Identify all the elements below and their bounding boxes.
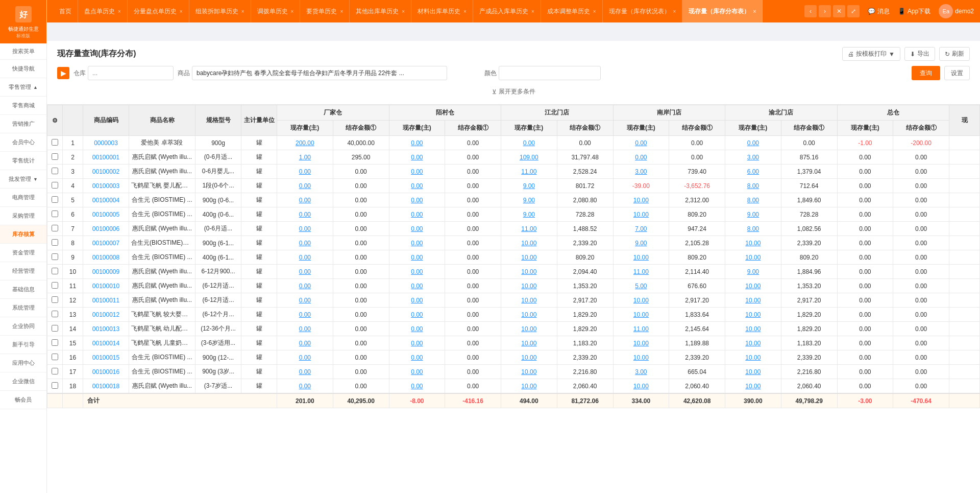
next-tab-btn[interactable]: › bbox=[819, 5, 831, 17]
tab-close-adjust[interactable]: × bbox=[291, 9, 294, 14]
sidebar-item-retail-stats[interactable]: 零售统计 bbox=[0, 152, 46, 170]
tab-close-product-in[interactable]: × bbox=[531, 9, 534, 14]
sidebar-item-corp[interactable]: 企业协同 bbox=[0, 317, 46, 336]
row-check[interactable] bbox=[47, 293, 63, 308]
sidebar-item-basic[interactable]: 基础信息 bbox=[0, 280, 46, 299]
tab-material-out[interactable]: 材料出库单历史 × bbox=[411, 0, 473, 22]
query-button[interactable]: 查询 bbox=[912, 66, 940, 80]
color-input[interactable] bbox=[499, 66, 601, 80]
sidebar-item-shortcut[interactable]: 快捷导航 bbox=[0, 60, 46, 78]
tab-home[interactable]: 首页 bbox=[53, 0, 78, 22]
tab-inventory-check[interactable]: 盘点单历史 × bbox=[78, 0, 128, 22]
row-check[interactable] bbox=[47, 250, 63, 265]
sidebar-item-ops[interactable]: 经营管理 bbox=[0, 262, 46, 280]
tab-product-in[interactable]: 产成品入库单历史 × bbox=[473, 0, 541, 22]
sidebar-item-inventory[interactable]: 库存核算 bbox=[0, 225, 46, 244]
app-download-btn[interactable]: 📱 App下载 bbox=[898, 7, 930, 16]
row-jb-amt: 2,917.20 bbox=[557, 293, 613, 308]
tab-close-sub-inventory[interactable]: × bbox=[180, 9, 183, 14]
tab-sub-inventory[interactable]: 分量盘点单历史 × bbox=[128, 0, 189, 22]
goods-input[interactable] bbox=[192, 66, 447, 80]
sidebar-item-marketing[interactable]: 营销推广 bbox=[0, 115, 46, 133]
row-check[interactable] bbox=[47, 322, 63, 336]
row-na-amt: 0.00 bbox=[669, 136, 725, 150]
row-mc-amt: 0.00 bbox=[445, 150, 501, 165]
row-yb-amt: 2,339.20 bbox=[781, 350, 837, 365]
tab-stock-dist[interactable]: 现存量（库存分布表） × bbox=[682, 0, 763, 22]
refresh-button[interactable]: ↻ 刷新 bbox=[939, 47, 970, 61]
tab-close-stock-status[interactable]: × bbox=[673, 9, 676, 14]
row-check[interactable] bbox=[47, 179, 63, 193]
tab-close-cost-adj[interactable]: × bbox=[593, 9, 596, 14]
row-yb-qty: 10.00 bbox=[725, 279, 781, 293]
row-total-amt: 0.00 bbox=[893, 336, 949, 350]
prev-tab-btn[interactable]: ‹ bbox=[804, 5, 817, 17]
sidebar-search[interactable]: 搜索英单 bbox=[0, 43, 46, 60]
sidebar-item-purchase[interactable]: 采购管理 bbox=[0, 207, 46, 225]
row-unit: 罐 bbox=[241, 136, 277, 150]
tab-other-out[interactable]: 其他出库单历史 × bbox=[350, 0, 411, 22]
row-check[interactable] bbox=[47, 350, 63, 365]
tab-close-inventory-check[interactable]: × bbox=[118, 9, 121, 14]
tab-combo-split[interactable]: 组装拆卸单历史 × bbox=[189, 0, 251, 22]
row-check[interactable] bbox=[47, 222, 63, 236]
sidebar-item-ecommerce[interactable]: 电商管理 bbox=[0, 189, 46, 207]
row-check[interactable] bbox=[47, 279, 63, 293]
row-check[interactable] bbox=[47, 165, 63, 179]
logo[interactable]: 好 畅捷通好生意 标准版 bbox=[0, 0, 46, 43]
sidebar-item-guide[interactable]: 新手引导 bbox=[0, 336, 46, 354]
row-mc-amt: 0.00 bbox=[445, 250, 501, 265]
sidebar-item-retail-mgmt[interactable]: 零售管理 ▲ bbox=[0, 78, 46, 97]
tab-request[interactable]: 要货单历史 × bbox=[300, 0, 350, 22]
message-btn[interactable]: 💬 消息 bbox=[868, 7, 890, 16]
row-f-qty: 0.00 bbox=[277, 279, 333, 293]
tab-close-material-out[interactable]: × bbox=[463, 9, 467, 14]
expand-tab-btn[interactable]: ⤢ bbox=[847, 5, 860, 17]
sidebar-item-appstore[interactable]: 应用中心 bbox=[0, 354, 46, 372]
table-row: 9 00100008 合生元 (BIOSTIME) ... 400g (6-1.… bbox=[47, 250, 980, 265]
sidebar-item-member2[interactable]: 畅会员 bbox=[0, 391, 46, 409]
row-check[interactable] bbox=[47, 336, 63, 350]
table-area[interactable]: ⚙ 商品编码 商品名称 规格型号 主计量单位 厂家仓 陌村仓 江北门店 南岸门店… bbox=[47, 105, 980, 493]
tab-close-stock-dist[interactable]: × bbox=[753, 9, 756, 14]
tab-stock-status[interactable]: 现存量（库存状况表） × bbox=[603, 0, 683, 22]
tab-adjust[interactable]: 调拨单历史 × bbox=[251, 0, 301, 22]
row-code: 00100007 bbox=[83, 236, 129, 250]
row-name: 合生元(BIOSTIME)浓... bbox=[129, 236, 195, 250]
close-all-btn[interactable]: ✕ bbox=[833, 5, 845, 17]
row-check[interactable] bbox=[47, 150, 63, 165]
chevron-up-icon: ▲ bbox=[33, 85, 38, 90]
warehouse-input[interactable] bbox=[88, 66, 174, 80]
row-check[interactable] bbox=[47, 265, 63, 279]
sidebar-item-finance[interactable]: 资金管理 bbox=[0, 244, 46, 262]
sidebar-item-member[interactable]: 会员中心 bbox=[0, 133, 46, 152]
setting-button[interactable]: 设置 bbox=[944, 66, 970, 80]
message-icon: 💬 bbox=[868, 8, 875, 15]
row-check[interactable] bbox=[47, 308, 63, 322]
row-yb-qty: 8.00 bbox=[725, 193, 781, 207]
row-check[interactable] bbox=[47, 193, 63, 207]
sidebar-item-wholesale[interactable]: 批发管理 ▼ bbox=[0, 170, 46, 189]
tab-close-request[interactable]: × bbox=[340, 9, 343, 14]
export-button[interactable]: ⬇ 导出 bbox=[904, 47, 935, 61]
table-row: 18 00100018 惠氏启赋 (Wyeth illu... (3-7岁适..… bbox=[47, 379, 980, 394]
sidebar-item-wechat[interactable]: 企业微信 bbox=[0, 372, 46, 391]
row-jb-qty: 10.00 bbox=[501, 336, 557, 350]
sidebar-item-retail-mall[interactable]: 零售商城 bbox=[0, 97, 46, 115]
tab-close-combo-split[interactable]: × bbox=[241, 9, 244, 14]
tab-cost-adj[interactable]: 成本调整单历史 × bbox=[541, 0, 603, 22]
expand-conditions-btn[interactable]: ⊻ 展开更多条件 bbox=[488, 85, 540, 98]
tab-close-other-out[interactable]: × bbox=[402, 9, 405, 14]
row-check[interactable] bbox=[47, 379, 63, 394]
print-button[interactable]: 🖨 按模板打印 ▼ bbox=[842, 47, 900, 61]
row-mc-qty: 0.00 bbox=[389, 350, 445, 365]
row-check[interactable] bbox=[47, 365, 63, 379]
row-check[interactable] bbox=[47, 207, 63, 222]
row-check[interactable] bbox=[47, 136, 63, 150]
topbar-nav-btns: ‹ › ✕ ⤢ bbox=[804, 5, 860, 17]
user-profile[interactable]: Ea demo2 bbox=[939, 4, 974, 18]
row-check[interactable] bbox=[47, 236, 63, 250]
filter-toggle-btn[interactable]: ▶ bbox=[57, 67, 69, 79]
sidebar-item-system[interactable]: 系统管理 bbox=[0, 299, 46, 317]
gear-icon[interactable]: ⚙ bbox=[52, 117, 58, 124]
